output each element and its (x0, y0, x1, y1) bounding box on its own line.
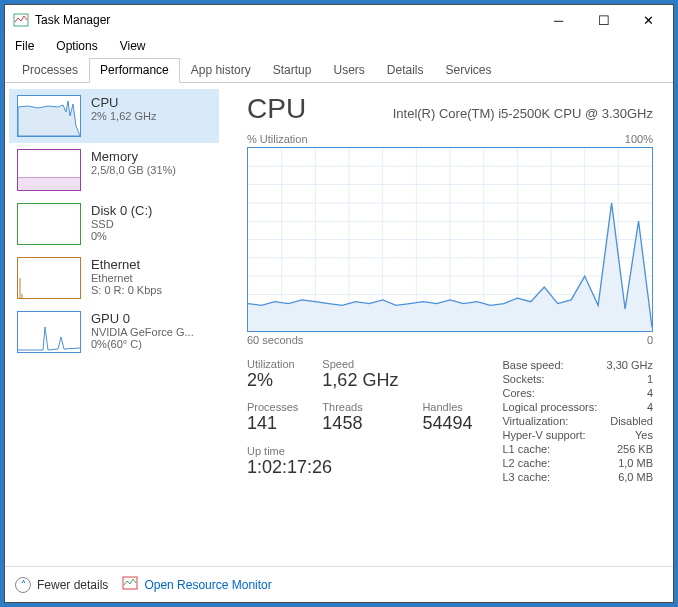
sidebar-gpu-sub: NVIDIA GeForce G... (91, 326, 194, 338)
sidebar-memory-value: 2,5/8,0 GB (31%) (91, 164, 176, 176)
tab-details[interactable]: Details (376, 58, 435, 83)
svg-rect-1 (18, 178, 80, 190)
tab-app-history[interactable]: App history (180, 58, 262, 83)
l3-value: 6,0 MB (618, 471, 653, 483)
l1-label: L1 cache: (502, 443, 550, 455)
sidebar-cpu-value: 2% 1,62 GHz (91, 110, 156, 122)
close-button[interactable]: ✕ (626, 5, 671, 35)
virt-label: Virtualization: (502, 415, 568, 427)
window-title: Task Manager (35, 13, 536, 27)
tab-startup[interactable]: Startup (262, 58, 323, 83)
hyperv-label: Hyper-V support: (502, 429, 585, 441)
sidebar-ethernet-name: Ethernet (91, 257, 162, 272)
uptime-label: Up time (247, 445, 472, 457)
l3-label: L3 cache: (502, 471, 550, 483)
handles-label: Handles (422, 401, 472, 413)
tab-processes[interactable]: Processes (11, 58, 89, 83)
sidebar-gpu-value: 0%(60° C) (91, 338, 194, 350)
ethernet-thumbnail-icon (17, 257, 81, 299)
chart-y-label: % Utilization (247, 133, 308, 145)
speed-label: Speed (322, 358, 398, 370)
logical-label: Logical processors: (502, 401, 597, 413)
tab-services[interactable]: Services (435, 58, 503, 83)
open-resource-monitor-link[interactable]: Open Resource Monitor (122, 575, 271, 594)
chevron-up-icon: ˄ (15, 577, 31, 593)
cpu-utilization-chart[interactable] (247, 147, 653, 332)
app-icon (13, 12, 29, 28)
sockets-value: 1 (647, 373, 653, 385)
menu-options[interactable]: Options (52, 37, 101, 55)
content-panel: CPU Intel(R) Core(TM) i5-2500K CPU @ 3.3… (223, 83, 673, 566)
hyperv-value: Yes (635, 429, 653, 441)
sidebar-disk-value: 0% (91, 230, 152, 242)
sidebar-item-disk[interactable]: Disk 0 (C:) SSD 0% (9, 197, 219, 251)
sidebar-item-cpu[interactable]: CPU 2% 1,62 GHz (9, 89, 219, 143)
sidebar-item-gpu[interactable]: GPU 0 NVIDIA GeForce G... 0%(60° C) (9, 305, 219, 359)
chart-x-left: 60 seconds (247, 334, 303, 346)
disk-thumbnail-icon (17, 203, 81, 245)
tab-bar: Processes Performance App history Startu… (5, 57, 673, 83)
memory-thumbnail-icon (17, 149, 81, 191)
task-manager-window: Task Manager ─ ☐ ✕ File Options View Pro… (4, 4, 674, 603)
sidebar-memory-name: Memory (91, 149, 176, 164)
chart-y-max: 100% (625, 133, 653, 145)
virt-value: Disabled (610, 415, 653, 427)
footer: ˄ Fewer details Open Resource Monitor (5, 566, 673, 602)
logical-value: 4 (647, 401, 653, 413)
chart-x-right: 0 (647, 334, 653, 346)
tab-users[interactable]: Users (322, 58, 375, 83)
sidebar-disk-sub: SSD (91, 218, 152, 230)
maximize-button[interactable]: ☐ (581, 5, 626, 35)
titlebar[interactable]: Task Manager ─ ☐ ✕ (5, 5, 673, 35)
threads-label: Threads (322, 401, 398, 413)
page-title: CPU (247, 93, 306, 125)
l2-label: L2 cache: (502, 457, 550, 469)
sidebar-item-memory[interactable]: Memory 2,5/8,0 GB (31%) (9, 143, 219, 197)
processes-value: 141 (247, 413, 298, 434)
gpu-thumbnail-icon (17, 311, 81, 353)
resource-monitor-icon (122, 575, 138, 594)
menu-view[interactable]: View (116, 37, 150, 55)
cores-value: 4 (647, 387, 653, 399)
sidebar: CPU 2% 1,62 GHz Memory 2,5/8,0 GB (31%) … (5, 83, 223, 566)
uptime-value: 1:02:17:26 (247, 457, 472, 478)
sidebar-ethernet-value: S: 0 R: 0 Kbps (91, 284, 162, 296)
processes-label: Processes (247, 401, 298, 413)
sidebar-item-ethernet[interactable]: Ethernet Ethernet S: 0 R: 0 Kbps (9, 251, 219, 305)
speed-value: 1,62 GHz (322, 370, 398, 391)
utilization-label: Utilization (247, 358, 298, 370)
minimize-button[interactable]: ─ (536, 5, 581, 35)
menu-file[interactable]: File (11, 37, 38, 55)
sidebar-ethernet-sub: Ethernet (91, 272, 162, 284)
cpu-thumbnail-icon (17, 95, 81, 137)
cpu-model-name: Intel(R) Core(TM) i5-2500K CPU @ 3.30GHz (393, 106, 653, 121)
sidebar-gpu-name: GPU 0 (91, 311, 194, 326)
sidebar-disk-name: Disk 0 (C:) (91, 203, 152, 218)
fewer-details-button[interactable]: ˄ Fewer details (15, 577, 108, 593)
main-area: CPU 2% 1,62 GHz Memory 2,5/8,0 GB (31%) … (5, 83, 673, 566)
tab-performance[interactable]: Performance (89, 58, 180, 83)
sidebar-cpu-name: CPU (91, 95, 156, 110)
utilization-value: 2% (247, 370, 298, 391)
handles-value: 54494 (422, 413, 472, 434)
base-speed-value: 3,30 GHz (607, 359, 653, 371)
cores-label: Cores: (502, 387, 534, 399)
l2-value: 1,0 MB (618, 457, 653, 469)
sockets-label: Sockets: (502, 373, 544, 385)
base-speed-label: Base speed: (502, 359, 563, 371)
l1-value: 256 KB (617, 443, 653, 455)
threads-value: 1458 (322, 413, 398, 434)
menubar: File Options View (5, 35, 673, 57)
